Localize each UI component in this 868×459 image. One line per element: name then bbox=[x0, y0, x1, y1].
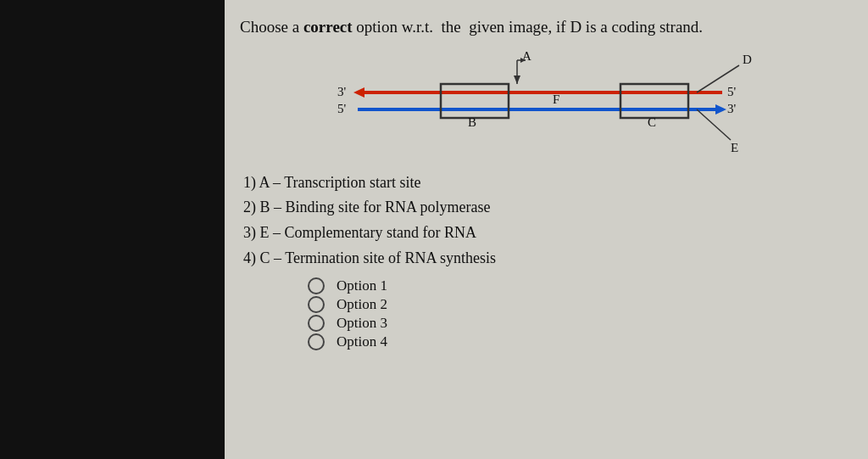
option-3: 3) E – Complementary stand for RNA bbox=[243, 221, 848, 246]
question-text: Choose a correct option w.r.t. the given… bbox=[240, 15, 848, 40]
radio-item-1[interactable]: Option 1 bbox=[308, 277, 848, 294]
svg-text:E: E bbox=[731, 141, 738, 154]
svg-text:F: F bbox=[553, 92, 559, 106]
svg-text:3': 3' bbox=[337, 85, 347, 98]
radio-item-2[interactable]: Option 2 bbox=[308, 296, 848, 313]
option-1: 1) A – Transcription start site bbox=[243, 171, 848, 196]
radio-circle-1[interactable] bbox=[308, 277, 325, 294]
radio-circle-4[interactable] bbox=[308, 333, 325, 350]
option-2: 2) B – Binding site for RNA polymerase bbox=[243, 195, 848, 221]
radio-label-2: Option 2 bbox=[337, 296, 387, 313]
svg-rect-5 bbox=[620, 84, 688, 118]
svg-text:5': 5' bbox=[337, 102, 347, 115]
svg-text:B: B bbox=[468, 115, 476, 129]
content-area: Choose a correct option w.r.t. the given… bbox=[225, 0, 868, 459]
radio-item-4[interactable]: Option 4 bbox=[308, 333, 848, 350]
svg-text:C: C bbox=[648, 115, 656, 129]
radio-options-group: Option 1 Option 2 Option 3 Option 4 bbox=[240, 277, 848, 350]
radio-label-4: Option 4 bbox=[337, 333, 387, 350]
radio-label-3: Option 3 bbox=[337, 315, 387, 332]
radio-circle-3[interactable] bbox=[308, 315, 325, 332]
svg-rect-4 bbox=[441, 84, 509, 118]
radio-label-1: Option 1 bbox=[337, 277, 387, 294]
diagram-container: 3' 5' 5' 3' A B F C D bbox=[240, 48, 848, 159]
radio-circle-2[interactable] bbox=[308, 296, 325, 313]
svg-text:D: D bbox=[743, 53, 752, 66]
options-list: 1) A – Transcription start site 2) B – B… bbox=[240, 171, 848, 271]
svg-text:3': 3' bbox=[727, 102, 737, 115]
svg-marker-3 bbox=[715, 104, 726, 115]
radio-item-3[interactable]: Option 3 bbox=[308, 315, 848, 332]
left-black-panel bbox=[0, 0, 225, 459]
svg-text:5': 5' bbox=[727, 85, 737, 98]
svg-marker-11 bbox=[514, 76, 520, 84]
svg-line-20 bbox=[697, 109, 731, 140]
diagram-svg: 3' 5' 5' 3' A B F C D bbox=[307, 48, 782, 159]
svg-marker-1 bbox=[353, 87, 364, 98]
option-4: 4) C – Termination site of RNA synthesis bbox=[243, 246, 848, 271]
